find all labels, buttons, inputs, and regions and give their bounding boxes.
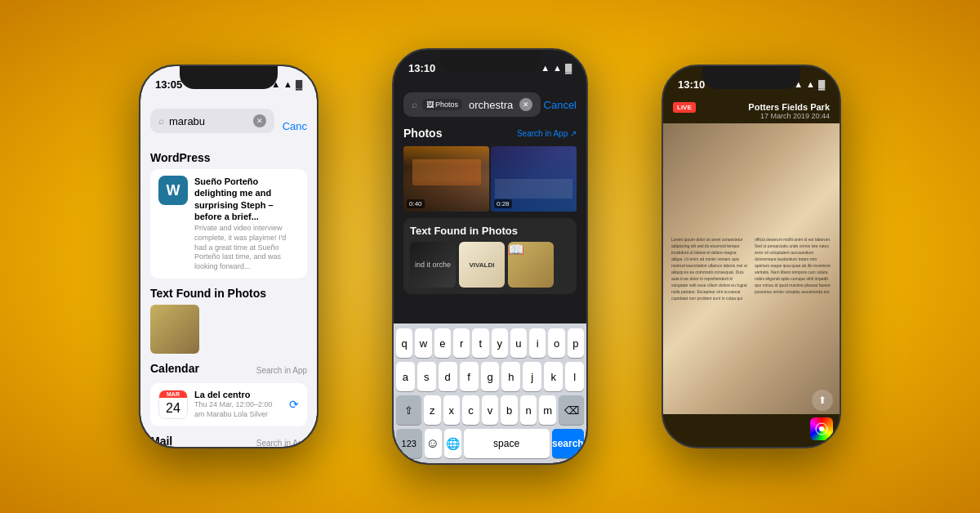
key-r[interactable]: r	[453, 328, 470, 358]
photo-thumb-1[interactable]	[150, 305, 199, 354]
key-shift[interactable]: ⇧	[396, 395, 421, 425]
share-icon[interactable]: ⬆	[812, 390, 833, 411]
photos-section-title-left: Text Found in Photos	[150, 287, 307, 300]
calendar-section-title: Calendar	[150, 362, 199, 375]
status-icons-center: ▲ ▲ ▓	[541, 63, 572, 73]
video-duration-1: 0:40	[407, 199, 425, 208]
book-text: Lorem ipsum dolor sit amet consectetur a…	[663, 228, 840, 310]
key-emoji[interactable]: ☺	[425, 429, 442, 458]
svg-point-1	[819, 426, 824, 431]
key-v[interactable]: v	[482, 395, 499, 425]
key-e[interactable]: e	[434, 328, 451, 358]
key-search[interactable]: search	[552, 429, 584, 458]
key-q[interactable]: q	[396, 328, 412, 358]
mail-section-title: Mail	[150, 435, 172, 447]
text-thumb-1-text: ind it orche	[415, 261, 451, 269]
notch-left	[180, 66, 278, 89]
phone-left: 13:05 ▲ ▲ ▓ ⌕ marabu ✕ Canc	[139, 65, 318, 448]
photos-section-left	[150, 305, 307, 354]
search-bar-center[interactable]: ⌕ 🖼 Photos orchestra ✕	[403, 92, 541, 117]
photo-item-1[interactable]: 0:40	[403, 146, 489, 212]
location-info: Potters Fields Park 17 March 2019 20:44	[748, 102, 830, 120]
key-f[interactable]: f	[460, 362, 479, 391]
battery-icon-left: ▓	[296, 79, 302, 89]
key-y[interactable]: y	[492, 328, 508, 358]
calendar-search-in-app[interactable]: Search in App	[256, 366, 307, 375]
photo-item-2[interactable]: 0:28	[491, 146, 577, 212]
wordpress-result[interactable]: W Sueño Porteño delighting me and surpri…	[150, 169, 307, 279]
cal-day: 24	[159, 398, 187, 418]
notch-center	[441, 50, 539, 73]
wordpress-title: Sueño Porteño delighting me and surprisi…	[194, 176, 299, 222]
keyboard: q w e r t y u i o p a s d	[394, 323, 586, 463]
book-image: Lorem ipsum dolor sit amet consectetur a…	[663, 123, 840, 414]
search-query-center: orchestra	[469, 99, 513, 111]
key-g[interactable]: g	[481, 362, 500, 391]
keyboard-row-1: q w e r t y u i o p	[396, 328, 584, 358]
text-thumb-2[interactable]: VIVALDI	[459, 242, 505, 288]
phone-center-screen: 13:10 ▲ ▲ ▓ ⌕ 🖼 Photos orches	[394, 50, 586, 463]
clear-search-left[interactable]: ✕	[253, 114, 266, 127]
key-s[interactable]: s	[417, 362, 436, 391]
cal-text: La del centro Thu 24 Mar, 12:00–2:00 am …	[194, 390, 283, 420]
search-bar-left[interactable]: ⌕ marabu ✕	[150, 109, 274, 133]
photos-chip: 🖼 Photos	[422, 99, 462, 110]
text-found-section: Text Found in Photos ind it orche VIVALD…	[403, 218, 577, 294]
text-found-thumbs: ind it orche VIVALDI 📖	[410, 242, 570, 288]
clear-search-center[interactable]: ✕	[519, 98, 532, 111]
left-screen-content: ⌕ marabu ✕ Canc WordPress W Sueño Porteñ…	[140, 102, 317, 447]
key-delete[interactable]: ⌫	[559, 395, 584, 425]
photos-label: Photos	[403, 127, 442, 140]
key-h[interactable]: h	[501, 362, 520, 391]
calendar-result[interactable]: MAR 24 La del centro Thu 24 Mar, 12:00–2…	[150, 383, 307, 426]
key-b[interactable]: b	[501, 395, 518, 425]
center-screen-content: ⌕ 🖼 Photos orchestra ✕ Cancel Photos Sea…	[394, 86, 586, 463]
notch-right	[702, 66, 800, 89]
photos-badge	[810, 417, 833, 440]
key-num[interactable]: 123	[396, 429, 422, 458]
key-d[interactable]: d	[439, 362, 457, 391]
key-globe[interactable]: 🌐	[444, 429, 461, 458]
calendar-arrow-icon: ⟳	[289, 398, 299, 411]
key-c[interactable]: c	[462, 395, 479, 425]
key-u[interactable]: u	[510, 328, 527, 358]
key-k[interactable]: k	[544, 362, 563, 391]
key-m[interactable]: m	[539, 395, 556, 425]
cancel-button-center[interactable]: Cancel	[544, 99, 577, 111]
wordpress-icon: W	[158, 176, 188, 205]
keyboard-row-2: a s d f g h j k l	[396, 362, 584, 391]
text-found-title: Text Found in Photos	[410, 225, 570, 237]
calendar-icon: MAR 24	[158, 390, 188, 419]
text-thumb-3[interactable]: 📖	[508, 242, 554, 288]
status-time-right: 13:10	[678, 78, 705, 91]
keyboard-row-3: ⇧ z x c v b n m ⌫	[396, 395, 584, 425]
key-a[interactable]: a	[396, 362, 415, 391]
key-x[interactable]: x	[443, 395, 461, 425]
key-t[interactable]: t	[472, 328, 488, 358]
key-n[interactable]: n	[520, 395, 537, 425]
photo-grid: 0:40 0:28	[394, 146, 586, 212]
phone-left-screen: 13:05 ▲ ▲ ▓ ⌕ marabu ✕ Canc	[140, 66, 317, 447]
video-duration-2: 0:28	[494, 199, 512, 208]
wordpress-text: Sueño Porteño delighting me and surprisi…	[194, 176, 299, 272]
text-thumb-1[interactable]: ind it orche	[410, 242, 456, 288]
battery-icon-center: ▓	[565, 63, 572, 73]
cancel-button-left[interactable]: Canc	[283, 120, 307, 132]
key-z[interactable]: z	[424, 395, 441, 425]
key-o[interactable]: o	[548, 328, 564, 358]
key-p[interactable]: p	[568, 328, 584, 358]
status-time-center: 13:10	[408, 62, 435, 74]
search-in-app-link[interactable]: Search in App ↗	[517, 129, 577, 138]
battery-icon-right: ▓	[818, 79, 825, 89]
key-space[interactable]: space	[464, 429, 550, 458]
key-w[interactable]: w	[415, 328, 431, 358]
key-l[interactable]: l	[565, 362, 584, 391]
wifi-icon-left: ▲	[283, 79, 292, 89]
key-i[interactable]: i	[529, 328, 546, 358]
photos-chip-label: Photos	[435, 100, 458, 109]
search-icon-left: ⌕	[158, 115, 164, 127]
key-j[interactable]: j	[523, 362, 541, 391]
text-thumb-3-icon: 📖	[508, 243, 524, 256]
cal-month: MAR	[159, 390, 187, 398]
mail-search-in-app[interactable]: Search in App	[256, 439, 307, 447]
